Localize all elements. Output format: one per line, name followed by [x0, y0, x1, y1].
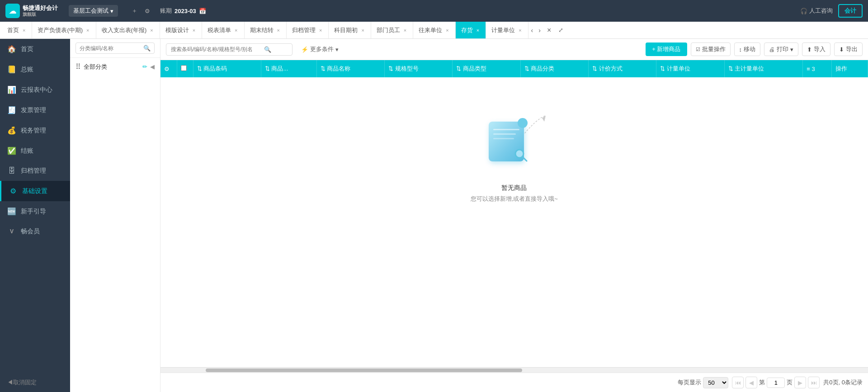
main-search-input[interactable] [171, 46, 261, 52]
empty-title: 暂无商品 [501, 184, 527, 192]
tab-tax-list[interactable]: 税表清单 × [202, 22, 244, 39]
tab-close-all-btn[interactable]: × [543, 22, 555, 39]
sidebar-item-invoice[interactable]: 🧾 发票管理 [0, 100, 70, 120]
tab-close-icon[interactable]: × [234, 28, 238, 33]
customer-service-btn[interactable]: 🎧 人工咨询 [800, 7, 833, 15]
tab-close-icon[interactable]: × [149, 28, 154, 33]
th-category-label: ⇅ 商品分类 [524, 65, 555, 72]
unpin-btn[interactable]: ◀取消固定 [0, 373, 70, 392]
batch-operation-btn[interactable]: ☑ 批量操作 [691, 43, 731, 56]
sidebar-item-tax[interactable]: 💰 税务管理 [0, 120, 70, 141]
select-all-checkbox[interactable] [181, 65, 187, 71]
th-col3-label: ≡ 3 [807, 66, 815, 72]
th-name[interactable]: ⇅ 商品名称 [316, 60, 384, 77]
unpin-label: ◀取消固定 [7, 378, 37, 387]
th-barcode[interactable]: ⇅ 商品条码 [193, 60, 261, 77]
page-label-after: 页 [787, 378, 793, 387]
page-size-label: 每页显示 [678, 378, 701, 387]
tab-close-icon[interactable]: × [318, 28, 323, 33]
tab-contacts[interactable]: 往来单位 × [413, 22, 455, 39]
add-tab-btn[interactable]: ＋ [130, 5, 139, 17]
sidebar-item-home[interactable]: 🏠 首页 [0, 39, 70, 59]
category-all-item[interactable]: ⠿ 全部分类 ✏ ◀ [70, 58, 160, 76]
tab-inventory[interactable]: 存货 × [456, 22, 486, 39]
first-page-btn[interactable]: ⏮ [732, 377, 744, 388]
tab-department[interactable]: 部门员工 × [371, 22, 413, 39]
company-name: 基层工会测试 [73, 7, 108, 15]
page-size-dropdown[interactable]: 10 20 50 100 [703, 377, 728, 388]
scroll-thumb[interactable] [206, 368, 522, 372]
sidebar-item-settings[interactable]: ⚙ 基础设置 [0, 181, 70, 201]
tab-close-icon[interactable]: × [445, 28, 449, 33]
tab-close-icon[interactable]: × [85, 28, 90, 33]
sidebar-item-label: 新手引导 [21, 208, 46, 216]
tab-close-icon[interactable]: × [276, 28, 281, 33]
category-search-input[interactable] [80, 45, 141, 52]
th-main-unit[interactable]: ⇅ 主计量单位 [724, 60, 803, 77]
tab-subject-init[interactable]: 科目期初 × [329, 22, 371, 39]
tab-balance-sheet[interactable]: 资产负债表(中期) × [32, 22, 96, 39]
collapse-panel-icon[interactable]: ◀ [150, 63, 155, 70]
filter-more-btn[interactable]: ⚡ 更多条件 ▾ [296, 43, 344, 56]
tab-archive[interactable]: 归档管理 × [287, 22, 329, 39]
print-btn[interactable]: 🖨 打印 ▾ [764, 43, 798, 56]
th-col3[interactable]: ≡ 3 [803, 60, 832, 77]
page-number-input[interactable] [767, 378, 785, 388]
filter-icon: ⚡ [301, 46, 308, 53]
th-checkbox[interactable] [177, 60, 193, 77]
tab-close-icon[interactable]: × [403, 28, 407, 33]
sidebar-item-member[interactable]: V 畅会员 [0, 222, 70, 241]
sidebar-item-guide[interactable]: 🆕 新手引导 [0, 201, 70, 222]
th-category[interactable]: ⇅ 商品分类 [520, 60, 588, 77]
period-value[interactable]: 2023-03 [175, 8, 196, 14]
import-btn[interactable]: ⬆ 导入 [802, 43, 830, 56]
settings-icon[interactable]: ⚙ [143, 6, 152, 16]
sidebar-item-settle[interactable]: ✅ 结账 [0, 141, 70, 161]
next-page-btn[interactable]: ▶ [794, 377, 806, 388]
th-type[interactable]: ⇅ 商品类型 [453, 60, 520, 77]
company-selector[interactable]: 基层工会测试 ▾ [69, 5, 118, 17]
tab-expand-btn[interactable]: ⤢ [555, 22, 567, 39]
sidebar-item-archive[interactable]: 🗄 归档管理 [0, 161, 70, 181]
tab-nav-next[interactable]: › [536, 22, 543, 39]
account-button[interactable]: 会计 [838, 4, 863, 18]
tab-close-icon[interactable]: × [360, 28, 365, 33]
tab-nav-prev[interactable]: ‹ [528, 22, 536, 39]
tab-label: 首页 [7, 26, 19, 34]
th-unit[interactable]: ⇅ 计量单位 [656, 60, 724, 77]
tab-close-icon[interactable]: × [22, 28, 26, 33]
th-actions-label: 操作 [835, 65, 847, 72]
tab-template-design[interactable]: 模版设计 × [160, 22, 202, 39]
empty-state: 暂无商品 您可以选择新增,或者直接导入哦~ [160, 77, 868, 239]
horizontal-scrollbar[interactable] [160, 367, 868, 373]
edit-category-icon[interactable]: ✏ [142, 63, 147, 70]
tab-close-icon[interactable]: × [476, 28, 480, 33]
move-icon: ↕ [739, 46, 742, 53]
sidebar-item-reports[interactable]: 📊 云报表中心 [0, 80, 70, 100]
tab-income-report[interactable]: 收入支出表(年报) × [96, 22, 160, 39]
move-btn[interactable]: ↕ 移动 [734, 43, 761, 56]
last-page-btn[interactable]: ⏭ [808, 377, 820, 388]
invoice-icon: 🧾 [7, 106, 16, 114]
tab-home[interactable]: 首页 × [2, 22, 32, 39]
main-search-icon[interactable]: 🔍 [264, 46, 271, 53]
prev-page-btn[interactable]: ◀ [745, 377, 757, 388]
logo-area: ☁ 畅捷通好会计 旗舰版 [5, 4, 64, 18]
tab-close-icon[interactable]: × [518, 28, 522, 33]
th-settings[interactable]: ⚙ [160, 60, 177, 77]
add-product-btn[interactable]: + 新增商品 [646, 43, 687, 56]
chevron-down-icon: ▾ [335, 46, 339, 53]
tab-measurement-unit[interactable]: 计量单位 × [486, 22, 528, 39]
th-spec[interactable]: ⇅ 规格型号 [385, 60, 453, 77]
tab-period-transfer[interactable]: 期末结转 × [245, 22, 287, 39]
headset-icon: 🎧 [800, 8, 807, 14]
sidebar-item-label: 归档管理 [21, 167, 46, 175]
sidebar-item-ledger[interactable]: 📒 总账 [0, 59, 70, 80]
total-records-label: 共0页, 0条记录 [823, 378, 863, 387]
export-btn[interactable]: ⬇ 导出 [834, 43, 863, 56]
print-dropdown-icon: ▾ [790, 46, 793, 53]
th-price-method[interactable]: ⇅ 计价方式 [589, 60, 656, 77]
calendar-icon[interactable]: 📅 [199, 8, 206, 14]
tab-close-icon[interactable]: × [192, 28, 196, 33]
th-code[interactable]: ⇅ 商品... [261, 60, 316, 77]
